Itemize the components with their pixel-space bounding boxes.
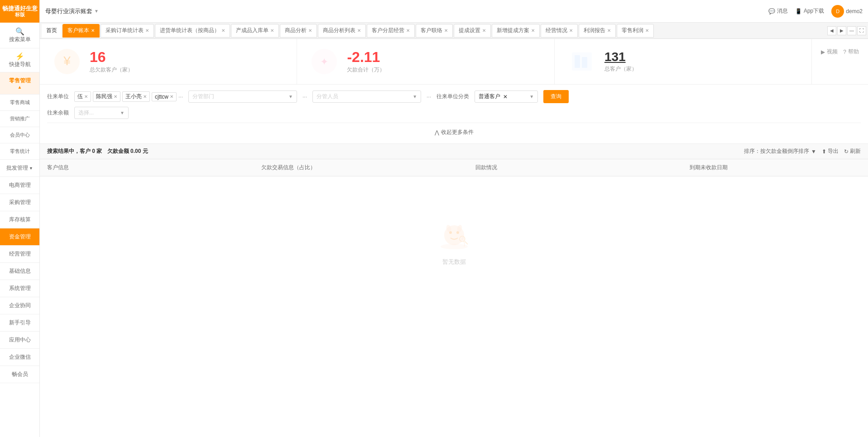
filter-more-button[interactable]: ··· [178,94,183,100]
sidebar-item-operation[interactable]: 经营管理 [0,246,39,263]
tab-close-icon[interactable]: ✕ [357,28,361,33]
video-help-button[interactable]: ▶ 视频 [821,48,838,56]
tab-product-inbound[interactable]: 产成品入库单 ✕ [231,24,279,38]
tab-retail-profit[interactable]: 零售利润 ✕ [617,24,654,38]
tab-maximize-button[interactable]: ⛶ [857,26,866,35]
sidebar-item-basic[interactable]: 基础信息 [0,263,39,280]
stat-debt-count-value: 16 [90,50,133,64]
tab-close-icon[interactable]: ✕ [221,28,225,33]
tab-close-icon[interactable]: ✕ [482,28,486,33]
stat-debt-total: ✦ -2.11 欠款合计（万） [297,39,554,84]
message-icon: 💬 [768,8,775,14]
tab-home[interactable]: 首页 [42,24,62,38]
export-button[interactable]: ⬆ 导出 [822,147,839,155]
tab-commission-settings[interactable]: 提成设置 ✕ [454,24,491,38]
tab-add-commission[interactable]: 新增提成方案 ✕ [492,24,540,38]
stat-actions: ▶ 视频 ? 帮助 [812,39,868,65]
query-button[interactable]: 查询 [543,90,569,103]
dept-filter-dots[interactable]: ··· [302,94,307,100]
person-filter-dots[interactable]: ··· [427,94,431,100]
message-button[interactable]: 💬 消息 [768,7,788,15]
dept-filter-select[interactable]: 分管部门 ▼ [188,90,297,103]
sidebar-item-retail[interactable]: 零售管理 ▲ [0,72,39,95]
balance-filter-select[interactable]: 选择... ▼ [74,107,129,119]
sidebar-item-retail-mall[interactable]: 零售商城 [0,95,39,111]
help-button[interactable]: ? 帮助 [843,48,859,56]
sidebar: 畅捷通好生意 标版 🔍 搜索菜单 ⚡ 快捷导航 零售管理 ▲ 零售商城 营销推广… [0,0,40,437]
sidebar-item-collab[interactable]: 企业协同 [0,297,39,314]
sidebar-item-purchase[interactable]: 采购管理 [0,194,39,211]
sidebar-item-ecommerce[interactable]: 电商管理 [0,177,39,194]
tab-customer-tier[interactable]: 客户分层经营 ✕ [367,24,415,38]
tab-purchase-stats[interactable]: 采购订单统计表 ✕ [101,24,154,38]
tab-close-icon[interactable]: ✕ [270,28,274,33]
empty-state: 暂无数据 [40,176,868,302]
sidebar-item-guide[interactable]: 新手引导 [0,314,39,332]
tab-next-button[interactable]: ▶ [837,26,846,35]
filter-tag-2[interactable]: 王小亮 ✕ [122,91,150,102]
unit-class-tag-close-icon[interactable]: ✕ [503,94,508,100]
app-logo: 畅捷通好生意 标版 [0,0,39,23]
refresh-button[interactable]: ↻ 刷新 [844,147,861,155]
search-result-text: 搜索结果中，客户 0 家 欠款金额 0.00 元 [47,147,148,155]
sidebar-quick-nav[interactable]: ⚡ 快捷导航 [0,48,39,72]
account-selector[interactable]: 母婴行业演示账套 ▼ [45,7,99,15]
tab-close-icon[interactable]: ✕ [607,28,611,33]
tab-close-icon[interactable]: ✕ [645,28,649,33]
tab-prev-button[interactable]: ◀ [827,26,836,35]
tab-close-icon[interactable]: ✕ [531,28,535,33]
stat-total-customers-label: 总客户（家） [604,65,637,73]
tab-close-icon[interactable]: ✕ [406,28,410,33]
tag-close-icon[interactable]: ✕ [84,94,88,99]
tag-close-icon[interactable]: ✕ [143,94,147,99]
balance-filter-label: 往来余额 [47,109,69,117]
tabbar: 首页 客户账本 ✕ 采购订单统计表 ✕ 进货单统计表（按商品） ✕ 产成品入库单… [40,23,868,39]
collapse-button[interactable]: ⋀ 收起更多条件 [435,128,474,136]
tab-profit-report[interactable]: 利润报告 ✕ [579,24,616,38]
app-download-button[interactable]: 📱 App下载 [795,7,824,15]
tab-purchase-product-stats[interactable]: 进货单统计表（按商品） ✕ [155,24,230,38]
tag-close-icon[interactable]: ✕ [170,94,173,99]
sort-select[interactable]: 排序：按欠款金额倒序排序 ▼ [744,147,816,155]
sidebar-item-member[interactable]: 会员中心 [0,127,39,143]
tab-customer-contact[interactable]: 客户联络 ✕ [416,24,453,38]
svg-text:¥: ¥ [63,54,71,68]
sidebar-item-finance[interactable]: 资金管理 [0,228,39,246]
sidebar-item-apps[interactable]: 应用中心 [0,332,39,349]
filter-tag-3[interactable]: cjttcw ✕ [152,92,177,101]
stat-icon-total: ✦ [311,48,338,75]
tab-close-icon[interactable]: ✕ [91,28,95,33]
unit-class-select-arrow-icon: ▼ [529,94,534,99]
stat-debt-customers-text: 16 总欠款客户（家） [90,50,133,74]
sidebar-item-member2[interactable]: 畅会员 [0,366,39,383]
sidebar-item-system[interactable]: 系统管理 [0,280,39,297]
tab-close-icon[interactable]: ✕ [444,28,448,33]
tab-minimize-button[interactable]: — [847,26,856,35]
stat-debt-customers: ¥ 16 总欠款客户（家） [40,39,297,84]
tab-close-icon[interactable]: ✕ [308,28,312,33]
tab-product-analysis-list[interactable]: 商品分析列表 ✕ [318,24,366,38]
tab-close-icon[interactable]: ✕ [569,28,573,33]
unit-class-select[interactable]: 普通客户 ✕ ▼ [475,90,538,103]
filter-tag-1[interactable]: 陈民强 ✕ [93,91,120,102]
user-profile[interactable]: D demo2 [831,5,863,18]
sidebar-item-marketing[interactable]: 营销推广 [0,111,39,127]
tab-product-analysis[interactable]: 商品分析 ✕ [280,24,317,38]
sidebar-item-wechat[interactable]: 企业微信 [0,349,39,366]
content-area: ¥ 16 总欠款客户（家） ✦ -2.11 欠款合计（万） [40,39,868,437]
sidebar-item-wholesale[interactable]: 批发管理 ▼ [0,160,39,177]
collapse-section: ⋀ 收起更多条件 [47,123,861,138]
sidebar-search[interactable]: 🔍 搜索菜单 [0,23,39,48]
tag-close-icon[interactable]: ✕ [114,94,117,99]
unit-filter-label: 往来单位 [47,93,69,100]
refresh-icon: ↻ [844,148,849,155]
filter-tag-0[interactable]: 伍 ✕ [74,91,91,102]
tab-close-icon[interactable]: ✕ [145,28,149,33]
tab-customer-ledger[interactable]: 客户账本 ✕ [62,24,100,38]
sidebar-item-retail-stats[interactable]: 零售统计 [0,143,39,160]
topbar-left: 母婴行业演示账套 ▼ [45,7,99,15]
tab-business[interactable]: 经营情况 ✕ [541,24,578,38]
sidebar-item-inventory[interactable]: 库存核算 [0,211,39,228]
person-filter-select[interactable]: 分管人员 ▼ [312,90,421,103]
svg-line-15 [465,241,468,244]
